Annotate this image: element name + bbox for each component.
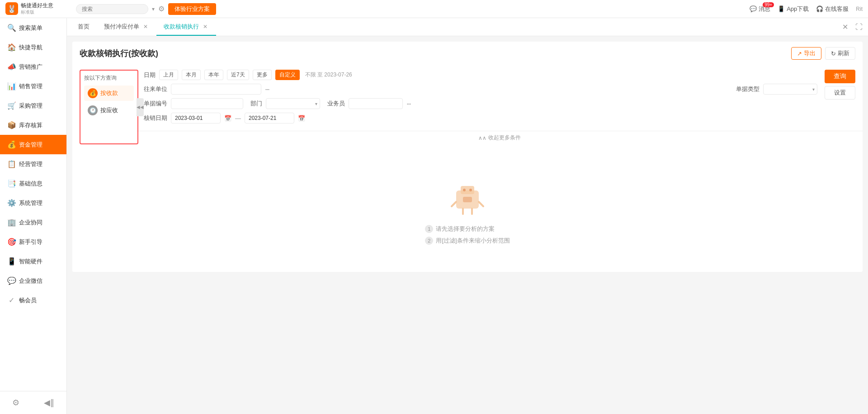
home-icon: 🏠 [7, 43, 15, 52]
sidebar-item-sales[interactable]: 📊 销售管理 [0, 76, 66, 96]
topbar: 🐰 畅捷通好生意 标准版 ▾ ⚙ 体验行业方案 💬 消息 99+ 📱 App下载… [0, 0, 868, 18]
gear-icon[interactable]: ⚙ [158, 5, 165, 13]
settings-bottom-icon[interactable]: ⚙ [9, 395, 22, 410]
svg-rect-4 [463, 197, 472, 202]
message-count: 99+ [763, 2, 774, 7]
sidebar-item-member[interactable]: ✓ 畅会员 [0, 290, 66, 310]
tab-home-label: 首页 [78, 23, 90, 31]
sidebar-label-hardware: 智能硬件 [19, 257, 42, 266]
sidebar-item-quick[interactable]: 🏠 快捷导航 [0, 38, 66, 57]
sidebar-item-basic[interactable]: 📑 基础信息 [0, 174, 66, 193]
empty-tips: 1 请先选择要分析的方案 2 用[过滤]条件来缩小分析范围 [425, 225, 509, 245]
writeoff-date-field: 核销日期 📅 — 📅 [144, 113, 305, 124]
sidebar-item-purchase[interactable]: 🛒 采购管理 [0, 96, 66, 115]
refresh-button[interactable]: ↻ 刷新 [825, 47, 855, 60]
tab-fullscreen-icon[interactable]: ⛶ [854, 21, 864, 33]
main-content-block: 收款核销执行(按收款) ↗ 导出 ↻ 刷新 [72, 42, 863, 272]
department-field: 部门 [250, 98, 320, 109]
sidebar-label-marketing: 营销推广 [19, 63, 42, 71]
tip-text-1: 请先选择要分析的方案 [436, 225, 495, 233]
sidebar-label-basic: 基础信息 [19, 180, 42, 188]
sidebar-item-guide[interactable]: 🎯 新手引导 [0, 232, 66, 252]
staff-input[interactable] [349, 98, 403, 109]
collapse-more-label: 收起更多条件 [488, 134, 521, 142]
tab-close-all-icon[interactable]: ✕ [840, 21, 850, 33]
counterpart-field: 往来单位 ··· [144, 84, 269, 95]
tab-prepay-close-icon[interactable]: ✕ [142, 23, 149, 30]
industry-solution-button[interactable]: 体验行业方案 [168, 3, 216, 15]
guide-icon: 🎯 [7, 238, 15, 246]
date-btn-more[interactable]: 更多 [253, 70, 272, 80]
department-select[interactable] [266, 98, 320, 109]
counterpart-input[interactable] [171, 84, 261, 95]
staff-field: 业务员 ··· [327, 98, 410, 109]
filter-right-panel: 日期 上月 本月 本年 近7天 更多 自定义 不限 至 2023-07-2 [144, 70, 855, 144]
query-button[interactable]: 查询 [825, 70, 855, 83]
sidebar-label-enterprise: 企业协同 [19, 219, 42, 227]
topbar-dropdown-arrow[interactable]: ▾ [152, 6, 155, 12]
topbar-right-area: 💬 消息 99+ 📱 App下载 🎧 在线客服 Rit [750, 5, 863, 13]
topbar-search-input[interactable] [76, 4, 148, 14]
box-icon: 📦 [7, 121, 15, 129]
page-content: 收款核销执行(按收款) ↗ 导出 ↻ 刷新 [67, 36, 868, 414]
filter-left-panel: 按以下方查询 💰 按收款 🕐 按应收 ◀◀ [80, 70, 138, 144]
sidebar-label-finance: 资金管理 [19, 141, 42, 149]
online-service-link[interactable]: 🎧 在线客服 [816, 5, 849, 13]
filter-row-writeoff: 核销日期 📅 — 📅 [144, 113, 817, 124]
svg-point-2 [463, 189, 466, 191]
filter-option-by-receivable[interactable]: 🕐 按应收 [84, 103, 134, 118]
setting-button[interactable]: 设置 [825, 86, 855, 100]
wechat-icon: 💬 [7, 276, 15, 285]
query-actions: 查询 设置 [825, 70, 855, 100]
sidebar-item-inventory[interactable]: 📦 库存核算 [0, 115, 66, 135]
voucher-no-input[interactable] [171, 98, 243, 109]
clipboard-icon: 📋 [7, 160, 15, 168]
receipt-icon: 💰 [88, 88, 98, 98]
writeoff-end-input[interactable] [245, 113, 294, 124]
chevron-up-icon: ∧∧ [478, 135, 486, 141]
staff-more-icon[interactable]: ··· [406, 99, 410, 109]
refresh-icon: ↻ [831, 50, 836, 57]
date-btn-last-month[interactable]: 上月 [159, 70, 178, 80]
date-btn-7days[interactable]: 近7天 [227, 70, 249, 80]
counterpart-more-icon[interactable]: ··· [265, 85, 269, 94]
filter-left-collapse-button[interactable]: ◀◀ [137, 98, 144, 116]
collapse-more-button[interactable]: ∧∧ 收起更多条件 [478, 134, 521, 142]
app-download-link[interactable]: 📱 App下载 [778, 5, 809, 13]
sidebar-label-system: 系统管理 [19, 199, 42, 207]
voucher-type-select[interactable] [763, 84, 817, 95]
filter-row-counterpart: 往来单位 ··· 单据类型 [144, 84, 817, 95]
counterpart-label: 往来单位 [144, 85, 167, 93]
export-button[interactable]: ↗ 导出 [791, 47, 821, 60]
sidebar-label-purchase: 采购管理 [19, 102, 42, 110]
sidebar-item-search[interactable]: 🔍 搜索菜单 [0, 18, 66, 38]
tab-current[interactable]: 收款核销执行 ✕ [156, 18, 216, 36]
tip-text-2: 用[过滤]条件来缩小分析范围 [436, 237, 509, 245]
date-btn-this-year[interactable]: 本年 [204, 70, 223, 80]
sidebar-item-operation[interactable]: 📋 经营管理 [0, 154, 66, 174]
sidebar-item-finance[interactable]: 💰 资金管理 [0, 135, 66, 154]
collapse-sidebar-icon[interactable]: ◀‖ [41, 395, 57, 410]
sidebar-item-marketing[interactable]: 📣 营销推广 [0, 57, 66, 76]
member-icon: ✓ [7, 296, 15, 305]
user-name[interactable]: Rit [856, 6, 863, 12]
main-layout: 🔍 搜索菜单 🏠 快捷导航 📣 营销推广 📊 销售管理 🛒 采购管理 📦 库存核… [0, 18, 868, 414]
calendar-end-icon[interactable]: 📅 [298, 115, 305, 122]
page-header: 收款核销执行(按收款) ↗ 导出 ↻ 刷新 [72, 42, 863, 64]
filter-option-by-receipt[interactable]: 💰 按收款 [84, 86, 134, 101]
sidebar-item-wechat[interactable]: 💬 企业微信 [0, 271, 66, 290]
tab-prepay[interactable]: 预付冲应付单 ✕ [97, 18, 156, 36]
date-btn-custom[interactable]: 自定义 [275, 70, 300, 80]
writeoff-start-input[interactable] [171, 113, 221, 124]
message-badge[interactable]: 💬 消息 99+ [750, 5, 770, 13]
filter-panel: 按以下方查询 💰 按收款 🕐 按应收 ◀◀ [72, 64, 863, 150]
date-btn-this-month[interactable]: 本月 [182, 70, 201, 80]
tab-current-close-icon[interactable]: ✕ [202, 23, 209, 30]
sidebar-item-hardware[interactable]: 📱 智能硬件 [0, 252, 66, 271]
settings-icon: ⚙️ [7, 199, 15, 207]
page-actions: ↗ 导出 ↻ 刷新 [791, 47, 855, 60]
tab-home[interactable]: 首页 [71, 18, 97, 36]
calendar-start-icon[interactable]: 📅 [224, 115, 231, 122]
sidebar-item-system[interactable]: ⚙️ 系统管理 [0, 193, 66, 213]
sidebar-item-enterprise[interactable]: 🏢 企业协同 [0, 213, 66, 232]
